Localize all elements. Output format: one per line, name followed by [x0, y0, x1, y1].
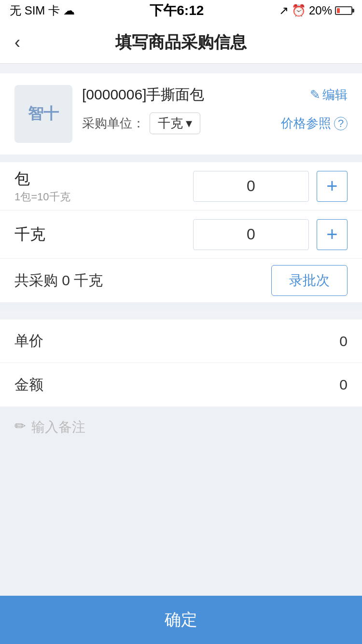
back-button[interactable]: ‹	[14, 32, 20, 53]
kg-plus-button[interactable]: +	[317, 219, 348, 250]
product-logo: 智十	[28, 103, 59, 125]
divider-1	[0, 154, 362, 162]
page-title: 填写商品采购信息	[115, 31, 247, 54]
price-ref-label: 价格参照	[281, 115, 331, 132]
edit-icon: ✎	[310, 87, 320, 102]
amount-row: 金额 0	[0, 363, 362, 406]
pack-label: 包 1包=10千克	[14, 168, 92, 204]
product-card: 智十 [0000006]手撕面包 ✎ 编辑 采购单位： 千克 ▾	[0, 73, 362, 154]
price-section: 单价 0 金额 0	[0, 320, 362, 406]
bottom-fill	[0, 448, 362, 596]
pack-unit-label: 1包=10千克	[14, 190, 92, 204]
unit-price-label: 单价	[14, 331, 43, 351]
edit-label: 编辑	[322, 86, 348, 103]
product-info: [0000006]手撕面包 ✎ 编辑 采购单位： 千克 ▾ 价格参照 ?	[82, 85, 348, 134]
kg-label: 千克	[14, 224, 92, 245]
alarm-icon: ⏰	[292, 4, 306, 17]
edit-button[interactable]: ✎ 编辑	[310, 86, 348, 103]
unit-price-row: 单价 0	[0, 320, 362, 363]
pack-input-row: 包 1包=10千克 0 +	[0, 162, 362, 210]
product-image: 智十	[14, 85, 72, 143]
battery-percent: 20%	[309, 4, 332, 17]
remark-placeholder: 输入备注	[31, 418, 85, 436]
pencil-icon: ✏	[14, 418, 26, 434]
remark-section[interactable]: ✏ 输入备注	[0, 406, 362, 448]
status-right: ↗ ⏰ 20%	[279, 4, 352, 17]
status-time: 下午6:12	[150, 1, 204, 20]
price-ref-button[interactable]: 价格参照 ?	[281, 115, 348, 132]
amount-label: 金额	[14, 375, 43, 395]
unit-label: 采购单位：	[82, 115, 145, 132]
total-row: 共采购 0 千克 录批次	[0, 259, 362, 302]
location-icon: ↗	[279, 4, 289, 17]
product-header: [0000006]手撕面包 ✎ 编辑	[82, 85, 348, 105]
help-icon: ?	[334, 117, 348, 130]
total-label: 共采购 0 千克	[14, 271, 103, 291]
confirm-button[interactable]: 确定	[0, 596, 362, 644]
product-unit-row: 采购单位： 千克 ▾ 价格参照 ?	[82, 112, 348, 134]
sim-signal: 无 SIM 卡 ☁	[10, 3, 75, 18]
unit-value: 千克	[158, 115, 183, 132]
amount-value: 0	[339, 377, 348, 393]
pack-plus-button[interactable]: +	[317, 171, 348, 202]
record-batch-button[interactable]: 录批次	[271, 265, 348, 296]
dropdown-icon: ▾	[186, 116, 192, 131]
unit-selector[interactable]: 千克 ▾	[150, 112, 200, 134]
kg-input[interactable]: 0	[193, 219, 309, 250]
kg-input-row: 千克 0 +	[0, 210, 362, 259]
battery-icon	[335, 6, 352, 15]
pack-input[interactable]: 0	[193, 171, 309, 202]
unit-price-value: 0	[339, 333, 348, 350]
product-name: [0000006]手撕面包	[82, 85, 204, 105]
divider-2	[0, 302, 362, 310]
status-bar: 无 SIM 卡 ☁ 下午6:12 ↗ ⏰ 20%	[0, 0, 362, 21]
status-left: 无 SIM 卡 ☁	[10, 3, 75, 18]
input-section: 包 1包=10千克 0 + 千克 0 +	[0, 162, 362, 259]
nav-bar: ‹ 填写商品采购信息	[0, 21, 362, 64]
